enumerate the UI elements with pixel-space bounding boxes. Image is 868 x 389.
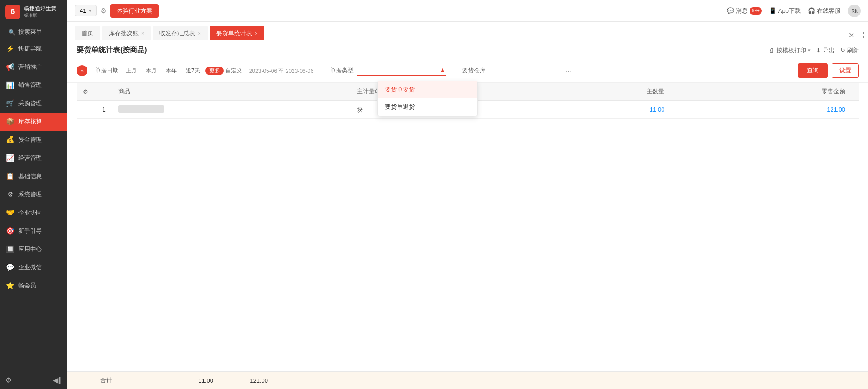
sidebar-item-inventory-accounting[interactable]: 📦 库存核算 <box>0 113 67 131</box>
sidebar-item-basic-info[interactable]: 📋 基础信息 <box>0 167 67 185</box>
export-button[interactable]: ⬇ 导出 <box>816 46 835 55</box>
more-shortcuts-badge[interactable]: 更多 <box>205 67 224 75</box>
cooperation-label: 企业协同 <box>18 209 42 217</box>
sidebar-item-vip-member[interactable]: ⭐ 畅会员 <box>0 276 67 295</box>
footer-label: 合计 <box>77 376 131 384</box>
header-settings-icon[interactable]: ⚙ <box>100 6 107 15</box>
row-seq-cell: 1 <box>95 101 113 119</box>
tab-count-selector[interactable]: 41 ▾ <box>75 5 97 16</box>
page-title: 要货单统计表(按商品) <box>77 46 147 55</box>
marketing-icon: 📢 <box>5 62 15 72</box>
tab-bar-actions: ✕ ⛶ <box>848 31 868 40</box>
sales-icon: 📊 <box>5 81 15 90</box>
tab-receipt-summary-close[interactable]: × <box>198 31 200 36</box>
warehouse-filter-input[interactable] <box>489 66 562 75</box>
sidebar-item-purchase-management[interactable]: 🛒 采购管理 <box>0 94 67 113</box>
tab-expand-icon[interactable]: ⛶ <box>857 31 864 40</box>
tab-home-label: 首页 <box>82 29 93 37</box>
refresh-label: 刷新 <box>847 46 859 55</box>
quick-nav-label: 快捷导航 <box>18 45 42 53</box>
dropdown-item-order-return[interactable]: 要货单退货 <box>378 98 477 116</box>
filter-more-icon[interactable]: ··· <box>566 67 571 74</box>
this-month-shortcut[interactable]: 本月 <box>142 66 160 76</box>
warehouse-filter-label: 要货仓库 <box>462 67 486 75</box>
sidebar-item-beginner-guide[interactable]: 🎯 新手引导 <box>0 222 67 240</box>
refresh-button[interactable]: ↻ 刷新 <box>840 46 859 55</box>
filter-expand-button[interactable]: » <box>77 65 87 76</box>
search-menu-item[interactable]: 🔍 搜索菜单 <box>0 24 67 40</box>
inventory-icon: 📦 <box>5 117 15 126</box>
search-icon: 🔍 <box>8 29 15 36</box>
last-month-shortcut[interactable]: 上月 <box>122 66 140 76</box>
sidebar-item-business-management[interactable]: 📈 经营管理 <box>0 149 67 167</box>
refresh-icon: ↻ <box>840 47 845 54</box>
tab-batch-account[interactable]: 库存批次账 × <box>102 26 151 40</box>
tab-order-summary-close[interactable]: × <box>255 31 257 36</box>
col-product: 商品 <box>113 83 351 101</box>
sidebar-item-quick-nav[interactable]: ⚡ 快捷导航 <box>0 40 67 58</box>
this-year-shortcut[interactable]: 本年 <box>162 66 180 76</box>
sidebar-item-marketing-promotion[interactable]: 📢 营销推广 <box>0 58 67 76</box>
table-area: ⚙ 商品 主计量单位 主数量 零售金额 1 <box>67 83 868 371</box>
logo-icon: 6 <box>5 5 20 19</box>
date-filter-group: 单据日期 上月 本月 本年 近7天 更多 自定义 2023-05-06 至 20… <box>95 66 313 76</box>
app-download-action[interactable]: 📱 App下载 <box>769 7 801 15</box>
messages-label: 消息 <box>736 7 748 15</box>
tab-batch-account-close[interactable]: × <box>141 31 144 36</box>
sidebar-footer: ⚙ ◀‖ <box>0 371 67 389</box>
footer-settings-icon[interactable]: ⚙ <box>5 376 12 384</box>
header-right: 💬 消息 99+ 📱 App下载 🎧 在线客服 Rit <box>727 5 861 17</box>
purchase-label: 采购管理 <box>18 99 42 107</box>
app-center-icon: 🔲 <box>5 245 15 254</box>
sidebar-item-sales-management[interactable]: 📊 销售管理 <box>0 76 67 94</box>
tab-order-summary[interactable]: 要货单统计表 × <box>210 26 264 40</box>
user-avatar[interactable]: Rit <box>848 5 861 17</box>
online-service-action[interactable]: 🎧 在线客服 <box>808 7 841 15</box>
settings-button[interactable]: 设置 <box>832 63 859 78</box>
main-area: 41 ▾ ⚙ 体验行业方案 💬 消息 99+ 📱 App下载 🎧 在线客服 Ri… <box>67 0 868 389</box>
tab-bar: 首页 库存批次账 × 收发存汇总表 × 要货单统计表 × ✕ ⛶ <box>67 22 868 40</box>
wechat-icon: 💬 <box>5 263 15 272</box>
print-template-button[interactable]: 🖨 按模板打印 ▾ <box>769 46 811 55</box>
top-header: 41 ▾ ⚙ 体验行业方案 💬 消息 99+ 📱 App下载 🎧 在线客服 Ri… <box>67 0 868 22</box>
sidebar-item-enterprise-wechat[interactable]: 💬 企业微信 <box>0 258 67 276</box>
type-filter-input[interactable] <box>357 66 439 74</box>
messages-badge: 99+ <box>750 7 762 15</box>
tab-receipt-summary[interactable]: 收发存汇总表 × <box>153 26 207 40</box>
print-chevron-icon: ▾ <box>808 47 811 53</box>
sidebar-item-app-center[interactable]: 🔲 应用中心 <box>0 240 67 258</box>
sidebar-item-enterprise-cooperation[interactable]: 🤝 企业协同 <box>0 204 67 222</box>
tab-close-all-icon[interactable]: ✕ <box>848 31 854 40</box>
fund-icon: 💰 <box>5 135 15 144</box>
export-label: 导出 <box>823 46 835 55</box>
business-label: 经营管理 <box>18 154 42 162</box>
tab-receipt-summary-label: 收发存汇总表 <box>159 29 195 37</box>
sidebar-item-fund-management[interactable]: 💰 资金管理 <box>0 131 67 149</box>
phone-icon: 📱 <box>769 7 776 14</box>
last-7days-shortcut[interactable]: 近7天 <box>182 66 204 76</box>
messages-action[interactable]: 💬 消息 99+ <box>727 7 762 15</box>
print-icon: 🖨 <box>769 47 775 54</box>
guide-label: 新手引导 <box>18 227 42 235</box>
business-icon: 📈 <box>5 154 15 163</box>
sidebar-nav: 📢 营销推广 📊 销售管理 🛒 采购管理 📦 库存核算 💰 资金管理 📈 经营管… <box>0 58 67 371</box>
tab-selector-chevron: ▾ <box>89 8 92 14</box>
footer-collapse-icon[interactable]: ◀‖ <box>53 376 62 384</box>
app-download-label: App下载 <box>778 7 801 15</box>
industry-solution-button[interactable]: 体验行业方案 <box>110 4 159 18</box>
sidebar-item-system-management[interactable]: ⚙ 系统管理 <box>0 185 67 204</box>
basic-info-label: 基础信息 <box>18 172 42 180</box>
product-placeholder <box>118 105 164 113</box>
service-icon: 🎧 <box>808 7 815 14</box>
query-button[interactable]: 查询 <box>798 63 828 78</box>
type-dropdown-up-icon[interactable]: ▲ <box>439 66 446 73</box>
col-settings-icon[interactable]: ⚙ <box>83 88 88 95</box>
tab-home[interactable]: 首页 <box>75 26 100 40</box>
col-settings: ⚙ <box>77 83 95 101</box>
type-dropdown: 要货单要货 要货单退货 <box>377 81 478 116</box>
dropdown-item-order-purchase[interactable]: 要货单要货 <box>378 81 477 98</box>
custom-date-label[interactable]: 自定义 <box>226 67 242 75</box>
sidebar: 6 畅捷通好生意 标准版 🔍 搜索菜单 ⚡ 快捷导航 📢 营销推广 📊 销售管理… <box>0 0 67 389</box>
system-label: 系统管理 <box>18 190 42 199</box>
col-seq <box>95 83 113 101</box>
